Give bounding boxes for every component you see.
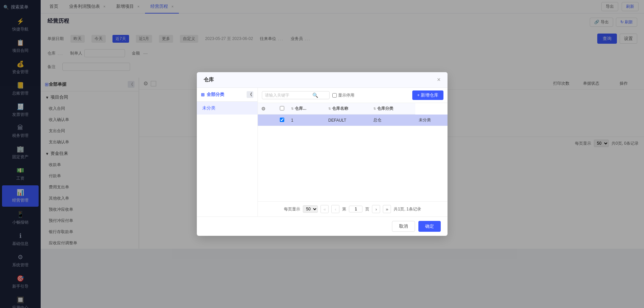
sort-icon-category: ⇅ [373,107,376,110]
th-code: ⇅ 仓库... [288,103,325,115]
th-category: ⇅ 仓库分类 [370,103,415,115]
confirm-button[interactable]: 确定 [418,221,441,232]
modal-toolbar: 🔍 显示停用 + 新增仓库 [258,88,448,103]
category-unclassified-label: 未分类 [202,105,215,110]
sort-icon-name: ⇅ [328,107,331,110]
modal-title: 仓库 [204,77,214,83]
modal-category-panel: ⊞ 全部分类 《 未分类 [197,88,258,217]
modal-left-collapse[interactable]: 《 [247,91,253,98]
modal-all-category[interactable]: ⊞ 全部分类 《 [197,88,257,102]
table-header-row: ⚙ ⇅ 仓库... [258,103,448,115]
th-select-all[interactable] [280,106,284,110]
all-category-label: 全部分类 [207,91,224,98]
per-page-label: 每页显示 [284,206,300,212]
th-name: ⇅ 仓库名称 [325,103,370,115]
modal-body: ⊞ 全部分类 《 未分类 🔍 显示停用 [197,88,448,217]
show-disabled-label[interactable]: 显示停用 [332,93,354,98]
sort-icon-code: ⇅ [291,107,294,110]
modal-content-panel: 🔍 显示停用 + 新增仓库 ⚙ [258,88,448,217]
modal-pagination: 每页显示 50 « ‹ 第 页 › » 共1页, 1条记录 [258,201,448,217]
first-page-button[interactable]: « [320,205,329,213]
modal-page-size-select[interactable]: 50 [303,205,318,213]
th-setting[interactable]: ⚙ [258,103,277,115]
warehouse-modal: 仓库 × ⊞ 全部分类 《 未分类 [197,72,448,236]
td-checkbox[interactable] [276,115,288,126]
modal-search-box[interactable]: 🔍 [262,91,330,99]
td-name: 总仓 [370,115,415,126]
page-suffix: 页 [365,206,369,212]
td-setting [258,115,277,126]
modal-category-unclassified[interactable]: 未分类 [197,102,257,115]
td-category: 未分类 [415,115,448,126]
add-warehouse-button[interactable]: + 新增仓库 [412,90,443,100]
modal-overlay: 仓库 × ⊞ 全部分类 《 未分类 [0,0,644,308]
td-id: 1 [288,115,325,126]
grid-icon2: ⊞ [201,92,205,97]
row-checkbox[interactable] [280,118,284,122]
modal-search-icon[interactable]: 🔍 [312,93,318,98]
modal-header: 仓库 × [197,72,448,88]
last-page-button[interactable]: » [383,205,391,213]
page-number-input[interactable] [349,206,362,212]
modal-table: ⚙ ⇅ 仓库... [258,103,448,201]
th-category-label: 仓库分类 [377,106,393,111]
cancel-button[interactable]: 取消 [392,221,415,232]
table-head: ⚙ ⇅ 仓库... [258,103,448,115]
modal-total-info: 共1页, 1条记录 [394,206,421,212]
td-code: DEFAULT [325,115,370,126]
page-label: 第 [342,206,346,212]
modal-close-button[interactable]: × [437,76,441,83]
table-body: 1 DEFAULT 总仓 未分类 [258,115,448,126]
warehouse-table: ⚙ ⇅ 仓库... [258,103,448,126]
prev-page-button[interactable]: ‹ [331,205,339,213]
th-code-label: 仓库... [295,106,306,111]
table-row[interactable]: 1 DEFAULT 总仓 未分类 [258,115,448,126]
th-name-label: 仓库名称 [332,106,348,111]
show-disabled-text: 显示停用 [338,93,354,98]
modal-search-input[interactable] [265,93,312,98]
modal-footer: 取消 确定 [197,217,448,236]
next-page-button[interactable]: › [372,205,380,213]
th-checkbox[interactable] [276,103,288,115]
show-disabled-checkbox[interactable] [332,93,337,98]
